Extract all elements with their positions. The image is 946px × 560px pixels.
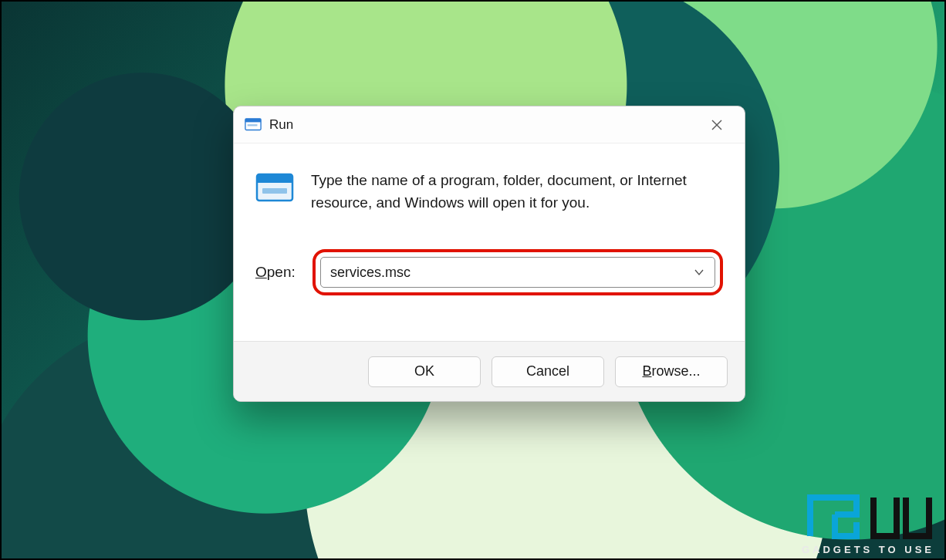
ok-button-label: OK (414, 363, 434, 380)
browse-button-label: Browse... (642, 363, 700, 380)
dialog-title: Run (269, 117, 293, 133)
chevron-down-icon[interactable] (692, 265, 706, 279)
svg-rect-2 (248, 125, 258, 127)
desktop-wallpaper: Run Type the name of a program, fo (0, 0, 946, 560)
svg-rect-1 (245, 119, 261, 123)
svg-rect-7 (262, 188, 287, 194)
open-label: Open: (255, 264, 300, 281)
watermark-text: GADGETS TO USE (802, 544, 934, 555)
titlebar[interactable]: Run (234, 106, 745, 143)
open-input-value: services.msc (330, 265, 410, 281)
watermark-logo: GADGETS TO USE (795, 483, 941, 555)
close-button[interactable] (695, 110, 738, 140)
dialog-footer: OK Cancel Browse... (234, 341, 745, 401)
open-combobox[interactable]: services.msc (320, 257, 715, 288)
cancel-button[interactable]: Cancel (492, 356, 604, 387)
run-titlebar-icon (245, 118, 262, 132)
run-dialog: Run Type the name of a program, fo (233, 106, 745, 402)
run-icon (255, 171, 294, 205)
dialog-description: Type the name of a program, folder, docu… (311, 170, 712, 214)
close-icon (711, 120, 722, 130)
dialog-body: Type the name of a program, folder, docu… (234, 143, 745, 341)
ok-button[interactable]: OK (368, 356, 481, 387)
highlight-annotation: services.msc (313, 249, 723, 295)
cancel-button-label: Cancel (526, 363, 569, 380)
svg-rect-6 (257, 174, 292, 183)
browse-button[interactable]: Browse... (615, 356, 728, 387)
